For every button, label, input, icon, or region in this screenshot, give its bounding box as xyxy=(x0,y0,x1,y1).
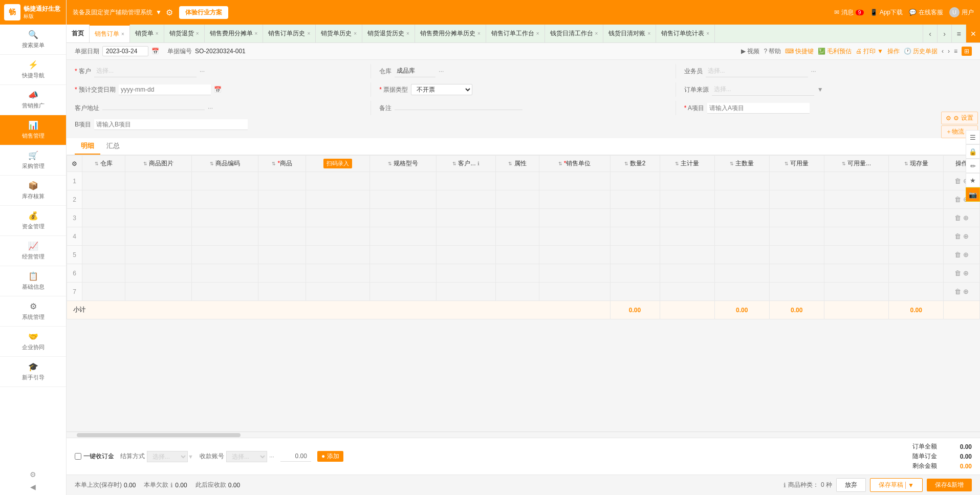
td-available2-3[interactable] xyxy=(824,209,888,227)
td-warehouse-3[interactable] xyxy=(82,209,125,227)
online-service-btn[interactable]: 💬 在线客服 xyxy=(909,8,943,17)
td-customer-code-5[interactable] xyxy=(436,246,496,264)
scan-btn[interactable]: 扫码录入 xyxy=(323,159,352,168)
copy-row-icon-6[interactable]: ⊕ xyxy=(963,269,969,277)
view-btn[interactable]: ▶ 视频 xyxy=(741,47,759,56)
warehouse-value[interactable]: 成品库 xyxy=(395,65,435,77)
td-product-3[interactable] xyxy=(258,209,306,227)
td-attr-1[interactable] xyxy=(496,172,539,190)
td-qty2-4[interactable] xyxy=(610,227,660,246)
profit-btn[interactable]: 💹 毛利预估 xyxy=(818,47,852,56)
td-stock-1[interactable] xyxy=(889,172,944,190)
settings-action-btn[interactable]: ⚙ ⚙ 设置 xyxy=(941,112,978,124)
tab-close-icon[interactable]: × xyxy=(156,31,159,36)
account-select[interactable]: 选择... xyxy=(226,451,267,462)
tab-close-icon[interactable]: × xyxy=(354,31,357,36)
td-qty2-5[interactable] xyxy=(610,246,660,264)
td-customer-code-3[interactable] xyxy=(436,209,496,227)
b-project-input[interactable] xyxy=(94,119,248,130)
td-customer-code-6[interactable] xyxy=(436,264,496,283)
delete-row-icon-6[interactable]: 🗑 xyxy=(954,269,961,277)
td-scan-1[interactable] xyxy=(306,172,369,190)
td-main-unit-4[interactable] xyxy=(660,227,714,246)
td-scan-2[interactable] xyxy=(306,190,369,209)
td-available2-6[interactable] xyxy=(824,264,888,283)
salesperson-more-icon[interactable]: ··· xyxy=(811,68,816,75)
right-panel-btn-4[interactable]: ★ xyxy=(966,173,980,187)
pagination-prev[interactable]: ‹ xyxy=(942,48,944,55)
one-click-deposit-checkbox[interactable] xyxy=(75,453,81,460)
td-stock-2[interactable] xyxy=(889,190,944,209)
td-main-qty-7[interactable] xyxy=(714,283,769,301)
td-product-4[interactable] xyxy=(258,227,306,246)
delete-row-icon-1[interactable]: 🗑 xyxy=(954,177,961,185)
th-scan[interactable]: 扫码录入 xyxy=(306,156,369,172)
right-panel-btn-1[interactable]: ☰ xyxy=(966,130,980,144)
sidebar-item-sales[interactable]: 📊 销售管理 xyxy=(0,115,66,145)
copy-row-icon-5[interactable]: ⊕ xyxy=(963,251,969,259)
td-warehouse-5[interactable] xyxy=(82,246,125,264)
td-customer-code-7[interactable] xyxy=(436,283,496,301)
sidebar-item-basic-info[interactable]: 📋 基础信息 xyxy=(0,266,66,296)
td-scan-6[interactable] xyxy=(306,264,369,283)
td-image-3[interactable] xyxy=(125,209,192,227)
td-code-1[interactable] xyxy=(192,172,258,190)
industry-btn[interactable]: 体验行业方案 xyxy=(179,6,228,19)
td-code-2[interactable] xyxy=(192,190,258,209)
customer-more-icon[interactable]: ··· xyxy=(200,68,205,75)
tab-nav-list[interactable]: ≡ xyxy=(951,25,966,43)
tab-summary[interactable]: 汇总 xyxy=(100,138,126,155)
tab-close-icon[interactable]: × xyxy=(196,31,199,36)
topbar-gear-icon[interactable]: ⚙ xyxy=(166,8,173,17)
message-btn[interactable]: ✉ 消息 9 xyxy=(834,8,864,17)
td-scan-4[interactable] xyxy=(306,227,369,246)
td-main-qty-5[interactable] xyxy=(714,246,769,264)
sidebar-item-system[interactable]: ⚙ 系统管理 xyxy=(0,296,66,327)
td-code-5[interactable] xyxy=(192,246,258,264)
tab-detail[interactable]: 明细 xyxy=(75,138,100,155)
tab-return-history[interactable]: 销货退货历史 × xyxy=(362,25,415,43)
address-value[interactable] xyxy=(102,106,205,110)
sidebar-item-enterprise[interactable]: 🤝 企业协同 xyxy=(0,327,66,357)
payment-select[interactable]: 选择... xyxy=(147,451,188,462)
td-main-unit-7[interactable] xyxy=(660,283,714,301)
td-scan-3[interactable] xyxy=(306,209,369,227)
user-btn[interactable]: U 用户 xyxy=(949,7,974,17)
td-attr-2[interactable] xyxy=(496,190,539,209)
td-available-1[interactable] xyxy=(769,172,824,190)
td-available2-4[interactable] xyxy=(824,227,888,246)
td-warehouse-2[interactable] xyxy=(82,190,125,209)
delete-row-icon-7[interactable]: 🗑 xyxy=(954,288,961,295)
td-main-qty-6[interactable] xyxy=(714,264,769,283)
tab-sales-slip[interactable]: 销货单 × xyxy=(130,25,164,43)
tab-close-icon[interactable]: × xyxy=(477,31,481,36)
tab-nav-prev[interactable]: ‹ xyxy=(923,25,937,43)
td-unit-4[interactable] xyxy=(539,227,610,246)
sidebar-item-business[interactable]: 📈 经营管理 xyxy=(0,236,66,266)
td-available-4[interactable] xyxy=(769,227,824,246)
tab-close-icon[interactable]: × xyxy=(647,31,650,36)
td-scan-5[interactable] xyxy=(306,246,369,264)
tab-close-icon[interactable]: × xyxy=(307,31,310,36)
td-available-7[interactable] xyxy=(769,283,824,301)
sidebar-settings-btn[interactable]: ⚙ xyxy=(30,470,36,479)
td-customer-code-4[interactable] xyxy=(436,227,496,246)
td-main-qty-1[interactable] xyxy=(714,172,769,190)
copy-row-icon-3[interactable]: ⊕ xyxy=(963,214,969,222)
tab-daily-workbench[interactable]: 钱货日清工作台 × xyxy=(545,25,604,43)
td-spec-7[interactable] xyxy=(369,283,436,301)
td-main-unit-1[interactable] xyxy=(660,172,714,190)
tab-close-icon[interactable]: × xyxy=(536,31,539,36)
tab-sales-history[interactable]: 销售订单历史 × xyxy=(263,25,316,43)
delete-row-icon-2[interactable]: 🗑 xyxy=(954,196,961,203)
td-stock-4[interactable] xyxy=(889,227,944,246)
td-image-1[interactable] xyxy=(125,172,192,190)
td-code-4[interactable] xyxy=(192,227,258,246)
view-toggle-list[interactable]: ≡ xyxy=(954,48,957,55)
td-image-5[interactable] xyxy=(125,246,192,264)
delete-row-icon-3[interactable]: 🗑 xyxy=(954,214,961,222)
td-attr-7[interactable] xyxy=(496,283,539,301)
td-product-1[interactable] xyxy=(258,172,306,190)
tab-close-icon[interactable]: × xyxy=(406,31,409,36)
tab-close-icon[interactable]: × xyxy=(595,31,598,36)
